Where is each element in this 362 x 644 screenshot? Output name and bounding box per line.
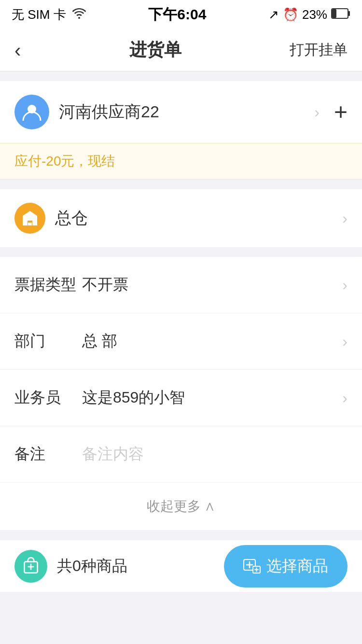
salesperson-chevron-icon: ›: [342, 389, 348, 407]
status-bar: 无 SIM 卡 下午6:04 ↗ ⏰ 23%: [0, 0, 362, 29]
warehouse-icon: [14, 203, 45, 234]
nav-bar: ‹ 进货单 打开挂单: [0, 29, 362, 71]
status-time: 下午6:04: [148, 5, 206, 25]
form-section: 票据类型 不开票 › 部门 总 部 › 业务员 这是859的小智 › 备注 备注…: [0, 257, 362, 530]
select-product-label: 选择商品: [266, 556, 328, 577]
section-gap-1: [0, 71, 362, 81]
invoice-value: 不开票: [82, 274, 342, 295]
page-title: 进货单: [129, 38, 181, 62]
supplier-chevron-icon: ›: [314, 103, 320, 121]
warehouse-section: 总仓 ›: [0, 189, 362, 247]
no-sim-icon: 无 SIM 卡: [12, 6, 66, 23]
svg-rect-4: [28, 223, 32, 225]
collapse-button[interactable]: 收起更多 ∧: [0, 482, 362, 530]
product-count: 共0种商品: [57, 556, 224, 577]
supplier-notice: 应付-20元，现结: [0, 143, 362, 180]
supplier-avatar: [14, 95, 49, 129]
wifi-icon: [72, 7, 86, 22]
salesperson-label: 业务员: [14, 387, 82, 408]
warehouse-row[interactable]: 总仓 ›: [0, 189, 362, 247]
salesperson-value: 这是859的小智: [82, 387, 342, 408]
section-gap-2: [0, 180, 362, 189]
alarm-icon: ⏰: [283, 7, 298, 22]
battery-icon: [331, 7, 350, 22]
bottom-bar: 共0种商品 选择商品: [0, 540, 362, 592]
supplier-section: 河南供应商22 › + 应付-20元，现结: [0, 81, 362, 180]
open-pending-button[interactable]: 打开挂单: [290, 40, 348, 60]
department-label: 部门: [14, 331, 82, 352]
department-row[interactable]: 部门 总 部 ›: [0, 313, 362, 369]
department-value: 总 部: [82, 331, 342, 352]
battery-level: 23%: [302, 7, 327, 22]
product-icon: [14, 550, 47, 583]
location-icon: ↗: [268, 7, 279, 22]
select-product-button[interactable]: 选择商品: [224, 545, 348, 588]
svg-rect-1: [348, 11, 350, 16]
back-button[interactable]: ‹: [14, 41, 21, 60]
status-left: 无 SIM 卡: [12, 6, 86, 23]
main-background: [0, 592, 362, 644]
department-chevron-icon: ›: [342, 333, 348, 350]
svg-rect-2: [332, 9, 336, 18]
supplier-row[interactable]: 河南供应商22 › +: [0, 81, 362, 143]
supplier-name: 河南供应商22: [59, 101, 314, 123]
invoice-row[interactable]: 票据类型 不开票 ›: [0, 257, 362, 313]
warehouse-chevron-icon: ›: [342, 210, 348, 227]
remark-input[interactable]: 备注内容: [82, 444, 348, 465]
warehouse-name: 总仓: [55, 207, 342, 229]
section-gap-3: [0, 247, 362, 257]
remark-row[interactable]: 备注 备注内容: [0, 426, 362, 482]
invoice-label: 票据类型: [14, 274, 82, 295]
salesperson-row[interactable]: 业务员 这是859的小智 ›: [0, 369, 362, 426]
invoice-chevron-icon: ›: [342, 276, 348, 294]
remark-label: 备注: [14, 444, 82, 465]
add-supplier-button[interactable]: +: [334, 100, 348, 124]
status-right: ↗ ⏰ 23%: [268, 7, 350, 22]
collapse-label: 收起更多 ∧: [147, 497, 216, 516]
